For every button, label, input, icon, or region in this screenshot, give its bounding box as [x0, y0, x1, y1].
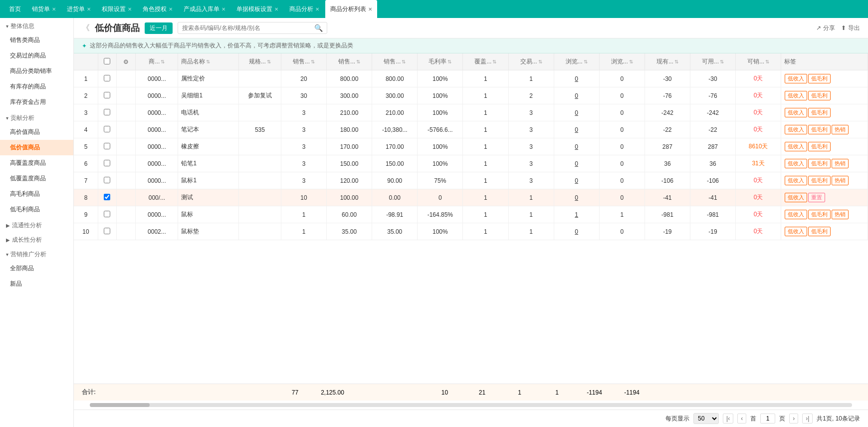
next-page-button[interactable]: › [789, 414, 798, 424]
nav-permissions-close[interactable]: ✕ [128, 6, 132, 12]
nav-purchase-close[interactable]: ✕ [87, 6, 91, 12]
row-checkbox-cell[interactable] [98, 70, 116, 87]
nav-product-warehouse[interactable]: 产成品入库单 ✕ [179, 0, 230, 18]
sidebar-item-high-margin[interactable]: 高毛利商品 [0, 186, 73, 202]
row-checkbox-cell[interactable] [98, 104, 116, 121]
row-browse1[interactable]: 1 [554, 206, 599, 223]
nav-template-close[interactable]: ✕ [274, 6, 278, 12]
table-container[interactable]: ⚙ 商...⇅ 商品名称⇅ 规格...⇅ 销售...⇅ 销售...⇅ 销售...… [74, 53, 868, 384]
sidebar-item-new-products[interactable]: 新品 [0, 276, 73, 292]
browse1-link[interactable]: 0 [575, 109, 578, 116]
sidebar-item-capital-usage[interactable]: 库存资金占用 [0, 94, 73, 110]
row-checkbox-cell[interactable] [98, 138, 116, 155]
row-checkbox[interactable] [104, 194, 110, 200]
sidebar-item-category-rate[interactable]: 商品分类助销率 [0, 63, 73, 79]
sidebar-item-low-value[interactable]: 低价值商品 [0, 140, 73, 155]
th-check[interactable] [98, 53, 116, 70]
sidebar-collapse-btn[interactable]: 《 [82, 23, 90, 33]
nav-template[interactable]: 单据模板设置 ✕ [231, 0, 283, 18]
row-browse1[interactable]: 0 [554, 121, 599, 138]
row-checkbox[interactable] [104, 160, 110, 166]
row-checkbox[interactable] [104, 228, 110, 234]
row-gear-cell[interactable] [116, 138, 136, 155]
sidebar-group-contribution[interactable]: ▾ 贡献分析 [0, 110, 73, 124]
row-gear-cell[interactable] [116, 172, 136, 189]
sidebar-item-sales-products[interactable]: 销售类商品 [0, 32, 73, 48]
row-browse1[interactable]: 0 [554, 87, 599, 104]
scrollbar-thumb[interactable] [90, 403, 150, 407]
th-gear[interactable]: ⚙ [116, 53, 136, 70]
row-checkbox[interactable] [104, 126, 110, 132]
row-browse1[interactable]: 0 [554, 223, 599, 240]
nav-sales-close[interactable]: ✕ [52, 6, 56, 12]
browse1-link[interactable]: 0 [575, 92, 578, 99]
browse1-link[interactable]: 0 [575, 194, 578, 201]
row-checkbox-cell[interactable] [98, 206, 116, 223]
sidebar-item-high-coverage[interactable]: 高覆盖度商品 [0, 155, 73, 171]
browse1-link[interactable]: 0 [575, 143, 578, 150]
browse1-link[interactable]: 0 [575, 126, 578, 133]
nav-home[interactable]: 首页 [4, 0, 26, 18]
sidebar-item-high-value[interactable]: 高价值商品 [0, 124, 73, 140]
sidebar-item-low-coverage[interactable]: 低覆盖度商品 [0, 171, 73, 186]
row-gear-cell[interactable] [116, 155, 136, 172]
row-gear-cell[interactable] [116, 206, 136, 223]
nav-product-analysis-list-close[interactable]: ✕ [368, 6, 372, 12]
gear-icon[interactable]: ⚙ [123, 58, 129, 65]
search-input[interactable] [182, 24, 312, 31]
page-input[interactable] [760, 414, 775, 424]
nav-sales[interactable]: 销货单 ✕ [27, 0, 61, 18]
row-checkbox-cell[interactable] [98, 87, 116, 104]
sidebar-group-circulation[interactable]: ▶ 流通性分析 [0, 217, 73, 232]
row-gear-cell[interactable] [116, 121, 136, 138]
browse1-link[interactable]: 0 [575, 177, 578, 184]
time-filter-button[interactable]: 近一月 [145, 22, 173, 34]
row-checkbox[interactable] [104, 109, 110, 115]
nav-product-warehouse-close[interactable]: ✕ [221, 6, 225, 12]
row-gear-cell[interactable] [116, 223, 136, 240]
row-checkbox-cell[interactable] [98, 155, 116, 172]
row-checkbox[interactable] [104, 92, 110, 98]
row-gear-cell[interactable] [116, 87, 136, 104]
row-checkbox[interactable] [104, 143, 110, 149]
browse1-link[interactable]: 0 [575, 160, 578, 167]
sidebar-item-stocked-products[interactable]: 有库存的商品 [0, 79, 73, 94]
sidebar-item-low-margin[interactable]: 低毛利商品 [0, 202, 73, 217]
nav-product-analysis-list[interactable]: 商品分析列表 ✕ [325, 0, 377, 18]
sidebar-group-growth[interactable]: ▶ 成长性分析 [0, 232, 73, 246]
row-checkbox[interactable] [104, 177, 110, 183]
row-checkbox-cell[interactable] [98, 172, 116, 189]
page-size-select[interactable]: 50 100 200 [693, 413, 719, 424]
scrollbar-track[interactable] [90, 403, 852, 407]
row-gear-cell[interactable] [116, 104, 136, 121]
export-button[interactable]: ⬆ 导出 [841, 24, 860, 32]
row-gear-cell[interactable] [116, 70, 136, 87]
prev-page-button[interactable]: ‹ [737, 414, 746, 424]
row-checkbox-cell[interactable] [98, 189, 116, 206]
row-checkbox-cell[interactable] [98, 121, 116, 138]
browse1-link[interactable]: 1 [575, 211, 578, 218]
row-browse1[interactable]: 0 [554, 155, 599, 172]
row-browse1[interactable]: 0 [554, 70, 599, 87]
row-checkbox[interactable] [104, 211, 110, 217]
row-browse1[interactable]: 0 [554, 172, 599, 189]
row-browse1[interactable]: 0 [554, 104, 599, 121]
row-browse1[interactable]: 0 [554, 189, 599, 206]
sidebar-item-traded-products[interactable]: 交易过的商品 [0, 48, 73, 63]
row-checkbox[interactable] [104, 75, 110, 81]
first-page-button[interactable]: |‹ [723, 414, 733, 424]
browse1-link[interactable]: 0 [575, 228, 578, 235]
row-checkbox-cell[interactable] [98, 223, 116, 240]
search-icon[interactable]: 🔍 [314, 24, 323, 32]
row-gear-cell[interactable] [116, 189, 136, 206]
sidebar-group-marketing[interactable]: ▾ 营销推广分析 [0, 246, 73, 261]
nav-product-analysis[interactable]: 商品分析 ✕ [284, 0, 324, 18]
sidebar-group-overall[interactable]: ▾ 整体信息 [0, 18, 73, 32]
nav-roles-close[interactable]: ✕ [169, 6, 173, 12]
browse1-link[interactable]: 0 [575, 75, 578, 82]
share-button[interactable]: ↗ 分享 [816, 24, 835, 32]
nav-roles[interactable]: 角色授权 ✕ [138, 0, 178, 18]
nav-product-analysis-close[interactable]: ✕ [315, 6, 319, 12]
row-browse1[interactable]: 0 [554, 138, 599, 155]
nav-purchase[interactable]: 进货单 ✕ [62, 0, 96, 18]
